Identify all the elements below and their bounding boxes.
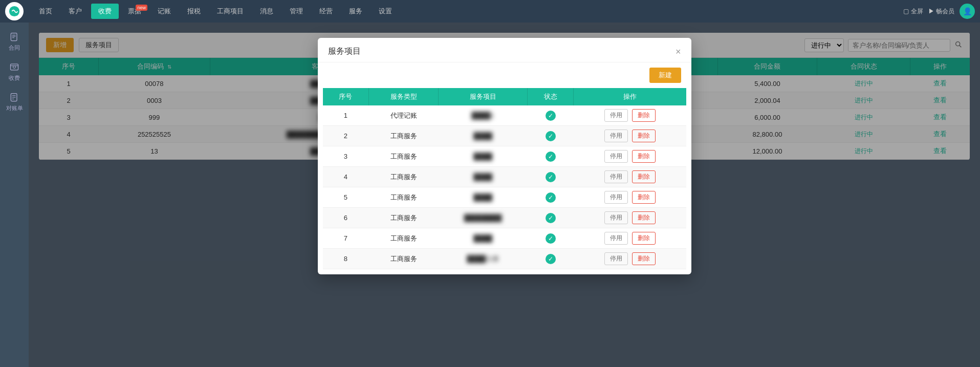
modal-cell-type: 工商服务 — [368, 126, 439, 146]
svg-rect-5 — [11, 64, 18, 70]
stop-button[interactable]: 停用 — [604, 191, 628, 204]
modal-cell-action: 停用 删除 — [574, 228, 686, 249]
content-area: 新增 服务项目 进行中 全部 已结束 — [29, 23, 980, 367]
modal-table-row: 7 工商服务 ████ ✓ 停用 删除 — [323, 228, 686, 249]
nav-home[interactable]: 首页 — [32, 4, 59, 19]
delete-button[interactable]: 删除 — [632, 191, 656, 204]
modal-cell-status: ✓ — [527, 187, 574, 208]
nav-fee[interactable]: 收费 — [91, 4, 119, 19]
new-service-button[interactable]: 新建 — [649, 68, 681, 83]
nav-service[interactable]: 服务 — [342, 4, 369, 19]
delete-button[interactable]: 删除 — [632, 211, 656, 224]
nav-settings[interactable]: 设置 — [372, 4, 399, 19]
stop-button[interactable]: 停用 — [604, 170, 628, 183]
modal-cell-status: ✓ — [527, 228, 574, 249]
nav-customer[interactable]: 客户 — [61, 4, 89, 19]
modal-table-row: 6 工商服务 ████████ ✓ 停用 删除 — [323, 208, 686, 228]
nav-message[interactable]: 消息 — [253, 4, 280, 19]
modal-cell-type: 工商服务 — [368, 208, 439, 228]
stop-button[interactable]: 停用 — [604, 129, 628, 142]
modal-cell-type: 工商服务 — [368, 187, 439, 208]
status-check-icon: ✓ — [546, 233, 556, 244]
stop-button[interactable]: 停用 — [604, 211, 628, 224]
modal-table-row: 8 工商服务 ████注册 ✓ 停用 删除 — [323, 249, 686, 269]
modal-cell-seq: 6 — [323, 208, 369, 228]
modal-cell-seq: 7 — [323, 228, 369, 249]
delete-button[interactable]: 删除 — [632, 232, 656, 245]
nav-items: 首页 客户 收费 票据 new 记账 报税 工商项目 消息 管理 经营 服务 设… — [32, 4, 903, 19]
status-check-icon: ✓ — [546, 213, 556, 223]
delete-button[interactable]: 删除 — [632, 109, 656, 122]
nav-operation[interactable]: 经营 — [312, 4, 340, 19]
mth-item: 服务项目 — [439, 88, 527, 105]
modal-cell-item: ████ — [439, 187, 527, 208]
sidebar-label-fee: 收费 — [9, 74, 20, 82]
modal-cell-seq: 8 — [323, 249, 369, 269]
statement-icon — [9, 92, 19, 102]
delete-button[interactable]: 删除 — [632, 252, 656, 265]
modal-cell-seq: 5 — [323, 187, 369, 208]
modal-cell-type: 工商服务 — [368, 228, 439, 249]
modal-table-row: 5 工商服务 ████ ✓ 停用 删除 — [323, 187, 686, 208]
modal-cell-status: ✓ — [527, 249, 574, 269]
sidebar: 合同 收费 对账单 — [0, 23, 29, 367]
status-check-icon: ✓ — [546, 131, 556, 141]
sidebar-item-contract[interactable]: 合同 — [2, 28, 27, 56]
modal-cell-seq: 2 — [323, 126, 369, 146]
mth-action: 操作 — [574, 88, 686, 105]
user-avatar[interactable]: 👤 — [960, 4, 975, 19]
modal-cell-status: ✓ — [527, 126, 574, 146]
modal-overlay: 服务项目 × 新建 序号 服务类型 服务项目 — [29, 23, 980, 367]
modal-cell-status: ✓ — [527, 167, 574, 187]
sidebar-item-fee[interactable]: 收费 — [2, 58, 27, 86]
modal-cell-seq: 4 — [323, 167, 369, 187]
modal-header: 服务项目 × — [318, 38, 691, 62]
new-badge: new — [136, 5, 147, 11]
service-items-table: 序号 服务类型 服务项目 状态 操作 1 代理记账 ████1 ✓ — [323, 88, 686, 269]
nav-invoice[interactable]: 票据 new — [121, 4, 148, 19]
status-check-icon: ✓ — [546, 111, 556, 121]
modal-cell-action: 停用 删除 — [574, 126, 686, 146]
delete-button[interactable]: 删除 — [632, 129, 656, 142]
modal-cell-item: ████████ — [439, 208, 527, 228]
modal-cell-type: 代理记账 — [368, 105, 439, 126]
modal-table-row: 3 工商服务 ████ ✓ 停用 删除 — [323, 146, 686, 167]
contract-icon — [9, 32, 19, 42]
nav-right: ▢ 全屏 ▶ 畅会员 👤 — [903, 4, 975, 19]
delete-button[interactable]: 删除 — [632, 150, 656, 163]
modal-close-button[interactable]: × — [676, 47, 681, 56]
modal-table-wrap[interactable]: 序号 服务类型 服务项目 状态 操作 1 代理记账 ████1 ✓ — [318, 88, 691, 274]
nav-manage[interactable]: 管理 — [282, 4, 310, 19]
mth-status: 状态 — [527, 88, 574, 105]
delete-button[interactable]: 删除 — [632, 170, 656, 183]
modal-title: 服务项目 — [328, 46, 361, 57]
modal-cell-action: 停用 删除 — [574, 187, 686, 208]
sidebar-item-statement[interactable]: 对账单 — [2, 88, 27, 116]
modal-cell-status: ✓ — [527, 208, 574, 228]
stop-button[interactable]: 停用 — [604, 150, 628, 163]
stop-button[interactable]: 停用 — [604, 252, 628, 265]
modal-cell-action: 停用 删除 — [574, 146, 686, 167]
modal-cell-item: ████ — [439, 146, 527, 167]
status-check-icon: ✓ — [546, 192, 556, 203]
modal-table-row: 4 工商服务 ████ ✓ 停用 删除 — [323, 167, 686, 187]
modal-cell-item: ████1 — [439, 105, 527, 126]
status-check-icon: ✓ — [546, 172, 556, 182]
stop-button[interactable]: 停用 — [604, 109, 628, 122]
fullscreen-btn[interactable]: ▢ 全屏 — [903, 7, 923, 16]
member-btn[interactable]: ▶ 畅会员 — [928, 7, 954, 16]
modal-cell-status: ✓ — [527, 105, 574, 126]
nav-bookkeeping[interactable]: 记账 — [150, 4, 178, 19]
modal-cell-item: ████ — [439, 126, 527, 146]
sidebar-label-statement: 对账单 — [6, 104, 23, 112]
modal-toolbar: 新建 — [318, 62, 691, 88]
main-layout: 合同 收费 对账单 新增 服务项目 — [0, 23, 980, 367]
modal-cell-seq: 1 — [323, 105, 369, 126]
nav-tax[interactable]: 报税 — [180, 4, 208, 19]
modal-cell-status: ✓ — [527, 146, 574, 167]
mth-seq: 序号 — [323, 88, 369, 105]
modal-cell-item: ████ — [439, 228, 527, 249]
stop-button[interactable]: 停用 — [604, 232, 628, 245]
nav-business[interactable]: 工商项目 — [210, 4, 251, 19]
modal-body: 新建 序号 服务类型 服务项目 状态 操作 — [318, 62, 691, 274]
